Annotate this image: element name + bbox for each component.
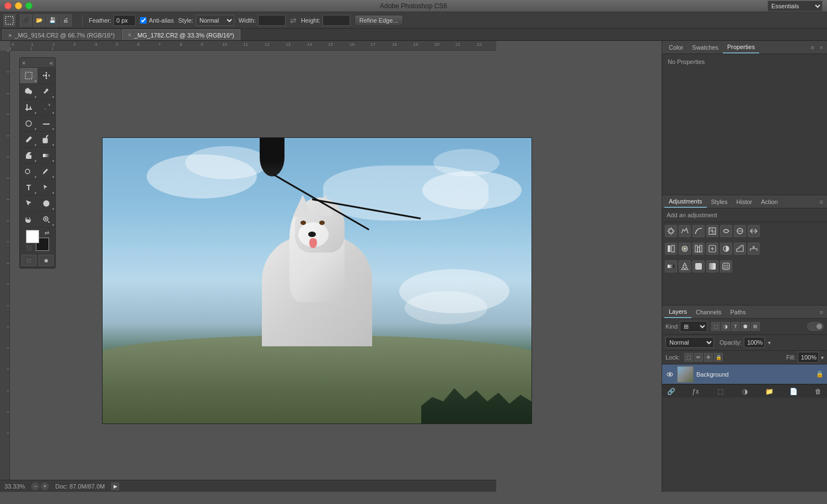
bw-adj-icon[interactable] [665, 243, 677, 255]
solidcolor-adj-icon[interactable] [692, 260, 705, 272]
brush-tool[interactable]: ▾ [20, 132, 37, 147]
zoom-out-btn[interactable]: − [31, 482, 39, 490]
swap-wh-icon[interactable]: ⇄ [290, 16, 297, 25]
anti-alias-checkbox[interactable] [140, 17, 147, 24]
lock-image-btn[interactable]: ✏ [694, 353, 703, 362]
zoom-in-btn[interactable]: + [41, 482, 49, 490]
filter-pixel-icon[interactable]: ⬚ [711, 322, 720, 331]
direct-select-tool[interactable] [20, 196, 37, 211]
pattern-adj-icon[interactable] [720, 260, 732, 272]
height-input[interactable] [323, 15, 350, 26]
posterize-adj-icon[interactable] [734, 243, 746, 255]
layer-style-icon[interactable]: ƒx [690, 386, 701, 397]
swatches-tab[interactable]: Swatches [688, 41, 723, 53]
dodge-tool[interactable]: ▾ [20, 164, 37, 179]
spot-heal-tool[interactable]: ▾ [20, 116, 37, 131]
filter-type-icon[interactable]: T [731, 322, 740, 331]
move-tool[interactable] [37, 68, 55, 83]
swap-colors-icon[interactable]: ⇄ [45, 230, 49, 236]
action-tab[interactable]: Action [756, 196, 782, 208]
feather-input[interactable] [114, 15, 136, 26]
fill-arrow[interactable]: ▾ [821, 355, 824, 361]
toolbox-close[interactable]: × [22, 60, 25, 66]
forward-btn[interactable]: ▶ [111, 482, 119, 490]
open-doc-icon[interactable]: 📂 [33, 14, 45, 26]
new-adj-layer-icon[interactable]: ◑ [739, 386, 750, 397]
new-doc-icon[interactable]: ⬛ [20, 14, 32, 26]
fill-input[interactable] [798, 352, 819, 363]
gradient-tool[interactable]: ▾ [37, 148, 55, 163]
close-button[interactable] [4, 2, 12, 9]
marquee-tool[interactable]: ▾ [20, 68, 37, 83]
foreground-color[interactable] [26, 230, 39, 243]
lock-transparent-btn[interactable]: ⬚ [684, 353, 693, 362]
vibrance-adj-icon[interactable] [720, 225, 732, 237]
magic-wand-tool[interactable]: ▾ [37, 84, 55, 99]
filter-shape-icon[interactable]: ⬟ [741, 322, 750, 331]
exposure-adj-icon[interactable] [706, 225, 718, 237]
huesat-adj-icon[interactable] [734, 225, 746, 237]
brightness-adj-icon[interactable] [665, 225, 677, 237]
hand-tool[interactable] [20, 212, 37, 227]
shape-tool[interactable]: ▾ [37, 196, 55, 211]
maximize-button[interactable] [25, 2, 33, 9]
zoom-tool[interactable]: ▾ [37, 212, 55, 227]
opacity-arrow[interactable]: ▾ [768, 340, 771, 346]
new-layer-icon[interactable]: 📄 [788, 386, 799, 397]
workspace-selector[interactable]: Essentials [767, 1, 823, 12]
properties-tab[interactable]: Properties [723, 41, 759, 53]
refine-edge-button[interactable]: Refine Edge... [355, 15, 403, 26]
print-icon[interactable]: 🖨 [60, 14, 72, 26]
measure-tool[interactable]: ▾ [37, 116, 55, 131]
color-tab[interactable]: Color [664, 41, 688, 53]
quick-mask-button[interactable]: ⬚ [22, 255, 36, 266]
tab-2-close[interactable]: × [128, 32, 131, 38]
background-layer-row[interactable]: Background 🔒 [662, 364, 827, 384]
type-tool[interactable]: T ▾ [20, 180, 37, 195]
layers-filter-toggle[interactable] [807, 322, 824, 331]
default-colors-icon[interactable]: ⬛ [26, 245, 32, 251]
lasso-tool[interactable]: ▾ [20, 84, 37, 99]
minimize-button[interactable] [15, 2, 22, 9]
lock-all-btn[interactable]: 🔒 [714, 353, 723, 362]
history-tab[interactable]: Histor [732, 196, 757, 208]
mid-panel-menu[interactable]: ≡ [818, 199, 825, 205]
photofilter-adj-icon[interactable] [679, 243, 691, 255]
colorbalance-adj-icon[interactable] [748, 225, 760, 237]
blend-mode-select[interactable]: Normal [665, 337, 714, 348]
bot-panel-menu[interactable]: ≡ [818, 309, 825, 315]
filter-smart-icon[interactable]: ⊞ [751, 322, 760, 331]
screen-mode-button[interactable]: ▣ [39, 255, 53, 266]
eyedropper-tool[interactable]: ▾ [37, 100, 55, 115]
gradmap-adj-icon[interactable] [665, 260, 677, 272]
selectivecolor-adj-icon[interactable] [679, 260, 691, 272]
link-layers-icon[interactable]: 🔗 [665, 386, 676, 397]
layers-kind-select[interactable]: ⊞ [680, 321, 707, 332]
invert-adj-icon[interactable] [720, 243, 732, 255]
gradient-adj-icon[interactable] [706, 260, 718, 272]
adjustments-tab[interactable]: Adjustments [664, 196, 707, 208]
threshold-adj-icon[interactable] [748, 243, 760, 255]
eraser-tool[interactable]: ▾ [20, 148, 37, 163]
add-mask-icon[interactable]: ⬚ [715, 386, 726, 397]
style-select[interactable]: Normal Fixed Ratio Fixed Size [196, 15, 234, 26]
path-select-tool[interactable]: ▾ [37, 180, 55, 195]
styles-tab[interactable]: Styles [707, 196, 732, 208]
toolbox-collapse[interactable]: « [50, 60, 53, 66]
crop-tool[interactable]: ▾ [20, 100, 37, 115]
pen-tool[interactable]: ▾ [37, 164, 55, 179]
curves-adj-icon[interactable] [692, 225, 705, 237]
colorlookup-adj-icon[interactable] [706, 243, 718, 255]
save-doc-icon[interactable]: 💾 [46, 14, 58, 26]
new-group-icon[interactable]: 📁 [764, 386, 775, 397]
levels-adj-icon[interactable] [679, 225, 691, 237]
opacity-input[interactable] [744, 337, 765, 348]
channelmixer-adj-icon[interactable] [692, 243, 705, 255]
top-panel-menu[interactable]: ≡ [809, 44, 815, 51]
top-panel-close[interactable]: × [818, 44, 825, 51]
width-input[interactable] [258, 15, 286, 26]
paths-tab[interactable]: Paths [726, 306, 750, 318]
lock-position-btn[interactable]: ✛ [704, 353, 713, 362]
layers-tab[interactable]: Layers [664, 306, 691, 318]
clone-stamp-tool[interactable]: ▾ [37, 132, 55, 147]
